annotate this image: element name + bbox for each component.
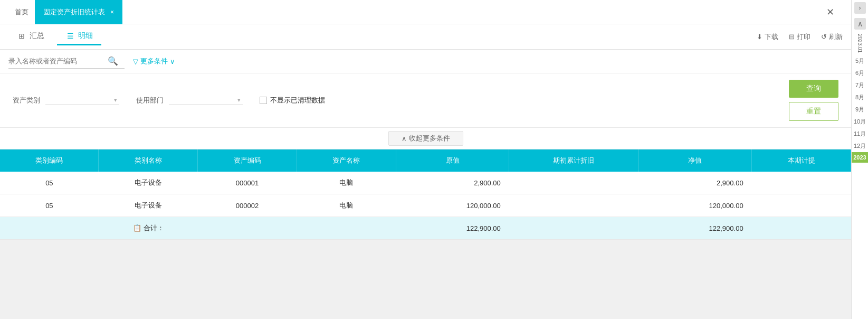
cell-accumulated-depreciation bbox=[509, 194, 638, 217]
col-original-value: 原值 bbox=[396, 149, 509, 172]
list-icon: ☰ bbox=[65, 31, 75, 41]
cell-net-value: 120,000.00 bbox=[638, 194, 752, 217]
sub-tabs-left: ⊞ 汇总 ☰ 明细 bbox=[8, 28, 101, 45]
total-accumulated-depreciation bbox=[509, 217, 638, 240]
sub-tabs-bar: ⊞ 汇总 ☰ 明细 ⬇ 下载 ⊟ 打印 ↺ 刷新 bbox=[0, 24, 851, 50]
total-icon: 📋 bbox=[133, 224, 141, 232]
tab-summary[interactable]: ⊞ 汇总 bbox=[8, 28, 53, 45]
department-label: 使用部门 bbox=[136, 96, 164, 105]
total-asset-name bbox=[297, 217, 396, 240]
sidebar-month-12[interactable]: 12月 bbox=[852, 140, 868, 152]
col-asset-name: 资产名称 bbox=[297, 149, 396, 172]
table-row[interactable]: 05 电子设备 000002 电脑 120,000.00 120,000.00 bbox=[0, 194, 851, 217]
asset-category-arrow-icon: ▾ bbox=[114, 97, 117, 104]
print-label: 打印 bbox=[797, 32, 810, 42]
collapse-button[interactable]: ∧ 收起更多条件 bbox=[388, 131, 463, 146]
col-net-value: 净值 bbox=[638, 149, 752, 172]
department-select[interactable]: ▾ bbox=[169, 96, 243, 105]
hide-cleared-label: 不显示已清理数据 bbox=[270, 96, 325, 105]
data-table: 类别编码 类别名称 资产编码 资产名称 原值 期初累计折旧 净值 本期计提 05… bbox=[0, 149, 851, 240]
sidebar-month-6[interactable]: 6月 bbox=[852, 67, 868, 79]
action-buttons: 查询 重置 bbox=[789, 80, 838, 121]
sidebar-year[interactable]: 2023 bbox=[852, 152, 868, 163]
total-original-value: 122,900.00 bbox=[396, 217, 509, 240]
cell-original-value: 2,900.00 bbox=[396, 172, 509, 194]
download-label: 下载 bbox=[765, 32, 778, 42]
collapse-bar: ∧ 收起更多条件 bbox=[0, 128, 851, 149]
sidebar-month-8[interactable]: 8月 bbox=[852, 91, 868, 104]
sidebar-month-5[interactable]: 5月 bbox=[852, 55, 868, 67]
filter-bar: 🔍 ▽ 更多条件 ∨ bbox=[0, 50, 851, 73]
tab-detail[interactable]: ☰ 明细 bbox=[57, 28, 101, 45]
window-close-button[interactable]: ✕ bbox=[818, 6, 843, 18]
department-filter: 使用部门 ▾ bbox=[136, 96, 243, 105]
cell-asset-name: 电脑 bbox=[297, 172, 396, 194]
nav-tab-label: 固定资产折旧统计表 bbox=[43, 7, 105, 17]
more-conditions-label: 更多条件 bbox=[140, 57, 168, 66]
query-button[interactable]: 查询 bbox=[789, 80, 838, 98]
collapse-up-icon: ∧ bbox=[402, 135, 407, 143]
nav-tab-close-icon[interactable]: × bbox=[110, 8, 114, 16]
asset-category-filter: 资产类别 ▾ bbox=[13, 96, 119, 105]
asset-category-select[interactable]: ▾ bbox=[45, 96, 119, 105]
download-button[interactable]: ⬇ 下载 bbox=[757, 32, 778, 42]
tab-detail-label: 明细 bbox=[78, 31, 93, 41]
nav-home[interactable]: 首页 bbox=[8, 7, 35, 17]
cell-asset-code: 000001 bbox=[198, 172, 297, 194]
sidebar-up-button[interactable]: ∧ bbox=[854, 18, 866, 30]
cell-current-depreciation bbox=[752, 172, 851, 194]
print-button[interactable]: ⊟ 打印 bbox=[789, 32, 810, 42]
cell-current-depreciation bbox=[752, 194, 851, 217]
sidebar-month-10[interactable]: 10月 bbox=[852, 116, 868, 128]
table-row[interactable]: 05 电子设备 000001 电脑 2,900.00 2,900.00 bbox=[0, 172, 851, 194]
period-label: 2023.01 bbox=[857, 32, 863, 55]
total-label: 合计： bbox=[144, 224, 164, 232]
toolbar-buttons: ⬇ 下载 ⊟ 打印 ↺ 刷新 bbox=[757, 32, 843, 42]
chevron-down-icon: ∨ bbox=[170, 58, 175, 65]
cell-category-code: 05 bbox=[0, 172, 99, 194]
cell-category-code: 05 bbox=[0, 194, 99, 217]
data-table-wrap: 类别编码 类别名称 资产编码 资产名称 原值 期初累计折旧 净值 本期计提 05… bbox=[0, 149, 851, 319]
filter-icon: ▽ bbox=[133, 58, 138, 65]
total-net-value: 122,900.00 bbox=[638, 217, 752, 240]
collapse-label: 收起更多条件 bbox=[409, 134, 450, 143]
cell-accumulated-depreciation bbox=[509, 172, 638, 194]
cell-net-value: 2,900.00 bbox=[638, 172, 752, 194]
reset-button[interactable]: 重置 bbox=[789, 102, 838, 121]
cell-asset-code: 000002 bbox=[198, 194, 297, 217]
sidebar-expand-button[interactable]: › bbox=[854, 2, 866, 14]
layers-icon: ⊞ bbox=[17, 31, 26, 41]
refresh-button[interactable]: ↺ 刷新 bbox=[821, 32, 843, 42]
print-icon: ⊟ bbox=[789, 33, 795, 41]
top-nav: 首页 固定资产折旧统计表 × ✕ bbox=[0, 0, 851, 24]
checkbox-box bbox=[260, 97, 267, 104]
table-header-row: 类别编码 类别名称 资产编码 资产名称 原值 期初累计折旧 净值 本期计提 bbox=[0, 149, 851, 172]
total-label-cell: 📋 合计： bbox=[0, 217, 297, 240]
download-icon: ⬇ bbox=[757, 33, 762, 41]
col-asset-code: 资产编码 bbox=[198, 149, 297, 172]
sidebar-month-7[interactable]: 7月 bbox=[852, 79, 868, 91]
cell-category-name: 电子设备 bbox=[99, 172, 198, 194]
col-accumulated-depreciation: 期初累计折旧 bbox=[509, 149, 638, 172]
sidebar-month-9[interactable]: 9月 bbox=[852, 104, 868, 116]
col-category-name: 类别名称 bbox=[99, 149, 198, 172]
cell-original-value: 120,000.00 bbox=[396, 194, 509, 217]
advanced-filter: 资产类别 ▾ 使用部门 ▾ 不显示已清理数据 查询 重置 bbox=[0, 73, 851, 128]
hide-cleared-checkbox[interactable]: 不显示已清理数据 bbox=[260, 96, 325, 105]
more-conditions-button[interactable]: ▽ 更多条件 ∨ bbox=[133, 57, 175, 66]
search-wrap: 🔍 bbox=[8, 54, 125, 69]
nav-tab-active[interactable]: 固定资产折旧统计表 × bbox=[35, 0, 122, 24]
right-sidebar: › ∧ 2023.01 5月 6月 7月 8月 9月 10月 11月 12月 2… bbox=[851, 0, 868, 319]
search-icon[interactable]: 🔍 bbox=[108, 56, 118, 66]
refresh-icon: ↺ bbox=[821, 33, 827, 41]
asset-category-label: 资产类别 bbox=[13, 96, 40, 105]
search-input[interactable] bbox=[8, 57, 103, 65]
total-row: 📋 合计： 122,900.00 122,900.00 bbox=[0, 217, 851, 240]
cell-asset-name: 电脑 bbox=[297, 194, 396, 217]
col-current-depreciation: 本期计提 bbox=[752, 149, 851, 172]
sidebar-month-11[interactable]: 11月 bbox=[852, 128, 868, 140]
total-current-depreciation bbox=[752, 217, 851, 240]
cell-category-name: 电子设备 bbox=[99, 194, 198, 217]
tab-summary-label: 汇总 bbox=[30, 31, 44, 41]
refresh-label: 刷新 bbox=[829, 32, 843, 42]
